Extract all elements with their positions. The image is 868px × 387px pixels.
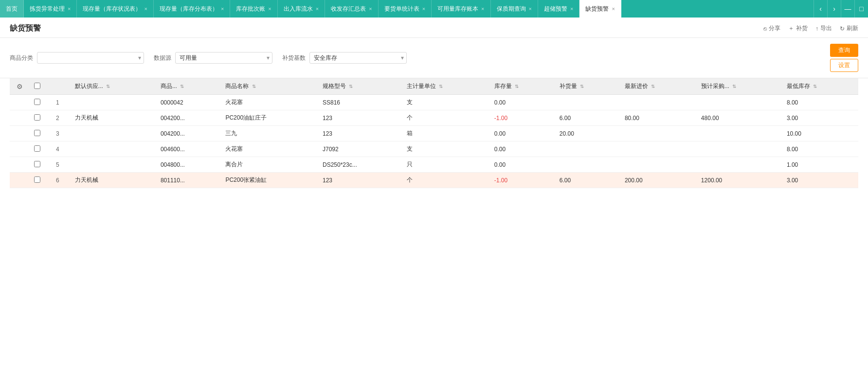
column-settings-icon[interactable]: ⚙: [17, 83, 23, 90]
spec-sort-icon[interactable]: ⇅: [349, 84, 353, 89]
tab-close-inv-status[interactable]: ×: [144, 6, 147, 12]
product-code-sort-icon[interactable]: ⇅: [180, 84, 184, 89]
tab-close-expiry[interactable]: ×: [529, 6, 532, 12]
tab-batch-account[interactable]: 库存批次账 ×: [230, 0, 277, 18]
tab-close-overstock[interactable]: ×: [570, 6, 573, 12]
row-checkbox-5[interactable]: [34, 161, 40, 167]
tab-close-shortage[interactable]: ×: [612, 6, 615, 12]
row-latest-price: [620, 95, 696, 110]
unit-sort-icon[interactable]: ⇅: [439, 84, 443, 89]
table-body: 1 0000042 火花塞 SS816 支 0.00 8.00 2 力天机械 0…: [10, 95, 858, 188]
row-min-stock: 10.00: [782, 126, 858, 141]
row-checkbox-1[interactable]: [34, 99, 40, 105]
header-actions: ⎋ 分享 ＋ 补货 ↑ 导出 ↻ 刷新: [763, 24, 858, 33]
tab-expiry[interactable]: 保质期查询 ×: [491, 0, 538, 18]
category-select-wrapper: [37, 52, 144, 64]
share-button[interactable]: ⎋ 分享: [763, 24, 780, 33]
tab-close-req[interactable]: ×: [422, 6, 425, 12]
col-min-stock: 最低库存 ⇅: [782, 78, 858, 95]
stock-sort-icon[interactable]: ⇅: [515, 84, 519, 89]
replenish-base-select[interactable]: 安全库存: [309, 52, 407, 64]
row-checkbox-cell: [29, 95, 45, 110]
col-replenish: 补货量 ⇅: [555, 78, 620, 95]
row-stock: -1.00: [489, 173, 555, 188]
tab-close-summary[interactable]: ×: [369, 6, 372, 12]
tab-home[interactable]: 首页: [0, 0, 24, 18]
select-all-checkbox[interactable]: [34, 83, 40, 89]
tab-nav-maximize[interactable]: □: [854, 0, 868, 18]
tab-requisition[interactable]: 要货单统计表 ×: [379, 0, 432, 18]
tab-picking[interactable]: 拣货异常处理 ×: [24, 0, 77, 18]
row-gear-cell: [10, 141, 29, 157]
replenish-sort-icon[interactable]: ⇅: [580, 84, 584, 89]
row-gear-cell: [10, 157, 29, 173]
export-button[interactable]: ↑ 导出: [815, 24, 832, 33]
tab-shortage[interactable]: 缺货预警 ×: [579, 0, 621, 18]
row-checkbox-2[interactable]: [34, 114, 40, 121]
row-spec: 123: [318, 126, 402, 141]
table-container: ⚙ 默认供应... ⇅ 商品... ⇅ 商品名称: [0, 78, 868, 188]
row-checkbox-6[interactable]: [34, 176, 40, 183]
min-stock-sort-icon[interactable]: ⇅: [813, 84, 817, 89]
row-estimated-purchase: [696, 95, 782, 110]
tab-close-flow[interactable]: ×: [316, 6, 319, 12]
row-stock: 0.00: [489, 157, 555, 173]
tab-available[interactable]: 可用量库存账本 ×: [432, 0, 490, 18]
row-supplier: 力天机械: [70, 110, 156, 126]
row-replenish: 6.00: [555, 110, 620, 126]
estimated-sort-icon[interactable]: ⇅: [732, 84, 736, 89]
row-checkbox-cell: [29, 110, 45, 126]
row-unit: 只: [402, 157, 489, 173]
tab-flow[interactable]: 出入库流水 ×: [278, 0, 325, 18]
tab-close-available[interactable]: ×: [481, 6, 484, 12]
query-button[interactable]: 查询: [830, 44, 858, 57]
row-stock: -1.00: [489, 110, 555, 126]
row-replenish: 6.00: [555, 173, 620, 188]
tab-overstock[interactable]: 超储预警 ×: [538, 0, 579, 18]
row-checkbox-cell: [29, 173, 45, 188]
tab-nav-next[interactable]: ›: [827, 0, 841, 18]
latest-price-sort-icon[interactable]: ⇅: [651, 84, 655, 89]
product-name-sort-icon[interactable]: ⇅: [252, 84, 256, 89]
data-table: ⚙ 默认供应... ⇅ 商品... ⇅ 商品名称: [10, 78, 858, 188]
export-icon: ↑: [815, 25, 818, 32]
category-filter-group: 商品分类: [10, 52, 144, 64]
refresh-button[interactable]: ↻ 刷新: [840, 24, 858, 33]
tab-summary[interactable]: 收发存汇总表 ×: [325, 0, 378, 18]
tab-close-inv-dist[interactable]: ×: [221, 6, 224, 12]
category-select[interactable]: [37, 52, 144, 64]
filter-bar: 商品分类 数据源 可用量 补货基数 安全库存: [0, 38, 868, 78]
settings-button[interactable]: 设置: [830, 59, 858, 72]
col-product-name: 商品名称 ⇅: [220, 78, 318, 95]
row-number: 5: [45, 157, 70, 173]
col-stock: 库存量 ⇅: [489, 78, 555, 95]
row-number: 6: [45, 173, 70, 188]
row-checkbox-3[interactable]: [34, 130, 40, 136]
supplier-sort-icon[interactable]: ⇅: [106, 84, 110, 89]
replenish-icon: ＋: [788, 24, 794, 33]
row-spec: SS816: [318, 95, 402, 110]
tab-nav-prev[interactable]: ‹: [814, 0, 827, 18]
replenish-button[interactable]: ＋ 补货: [788, 24, 808, 33]
row-product-name: 三九: [220, 126, 318, 141]
row-product-name: 离合片: [220, 157, 318, 173]
table-row: 1 0000042 火花塞 SS816 支 0.00 8.00: [10, 95, 858, 110]
row-latest-price: [620, 141, 696, 157]
row-gear-cell: [10, 95, 29, 110]
tab-nav-minimize[interactable]: —: [841, 0, 854, 18]
row-checkbox-cell: [29, 157, 45, 173]
tab-close-picking[interactable]: ×: [68, 6, 71, 12]
row-replenish: [555, 157, 620, 173]
table-row: 3 004200... 三九 123 箱 0.00 20.00 10.00: [10, 126, 858, 141]
datasource-select[interactable]: 可用量: [175, 52, 272, 64]
tab-close-batch[interactable]: ×: [268, 6, 271, 12]
page-header: 缺货预警 ⎋ 分享 ＋ 补货 ↑ 导出 ↻ 刷新: [0, 18, 868, 38]
row-checkbox-4[interactable]: [34, 145, 40, 152]
row-product-code: 004800...: [156, 157, 221, 173]
row-estimated-purchase: [696, 157, 782, 173]
row-stock: 0.00: [489, 95, 555, 110]
tab-inventory-status[interactable]: 现存量（库存状况表） ×: [77, 0, 153, 18]
tab-inventory-dist[interactable]: 现存量（库存分布表） ×: [154, 0, 230, 18]
row-min-stock: 3.00: [782, 173, 858, 188]
row-product-code: 004200...: [156, 110, 221, 126]
